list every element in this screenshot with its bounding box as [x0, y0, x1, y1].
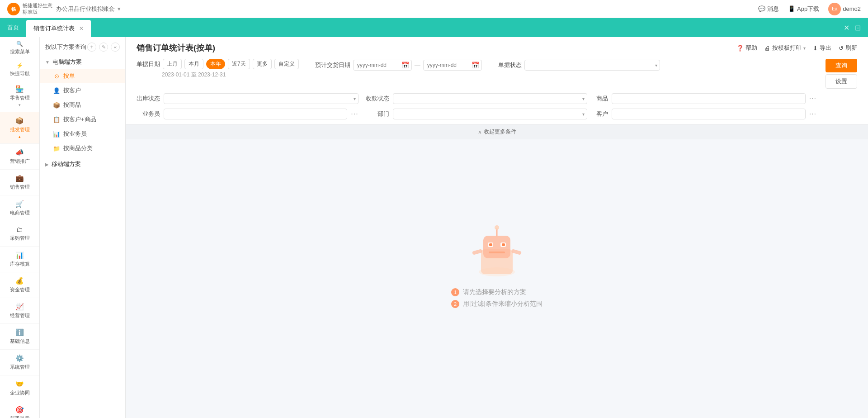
app-download-btn[interactable]: 📱 App下载 — [788, 5, 819, 13]
system-icon: ⚙️ — [15, 354, 24, 362]
collapse-bar[interactable]: ∧ 收起更多条件 — [126, 124, 868, 139]
pc-plan-section: ▼ 电脑端方案 ⊙ 按单 👤 按客户 📦 按商品 📋 按客户+商品 📊 按业 — [40, 55, 125, 156]
sidebar-item-newuser[interactable]: 🎯 新手引导 — [0, 401, 39, 418]
breadcrumb-dropdown-icon[interactable]: ▾ — [118, 5, 121, 12]
date-btn-more[interactable]: 更多 — [253, 59, 272, 69]
calendar-end-icon[interactable]: 📅 — [472, 62, 479, 69]
export-icon: ⬇ — [813, 45, 818, 52]
dept-select-wrap: ▾ — [393, 109, 588, 119]
finance-icon: 💰 — [15, 277, 24, 285]
by-order-label: 按单 — [63, 72, 75, 80]
plan-item-by-goods[interactable]: 📦 按商品 — [40, 98, 125, 112]
by-category-label: 按商品分类 — [63, 144, 93, 152]
expand-window-icon[interactable]: ⊡ — [855, 24, 861, 32]
sidebar-item-operations[interactable]: 📈 经营管理 — [0, 298, 39, 324]
by-salesperson-icon: 📊 — [52, 130, 61, 138]
collapse-panel-btn[interactable]: « — [111, 43, 120, 52]
salesperson-more-icon[interactable]: ··· — [351, 110, 358, 118]
dept-label: 部门 — [366, 110, 389, 118]
sidebar-item-marketing[interactable]: 📣 营销推广 — [0, 144, 39, 170]
date-filter-group: 单据日期 上月 本月 本年 近7天 更多 自定义 2023-01-01 至 20… — [137, 59, 299, 79]
settings-button[interactable]: 设置 — [826, 74, 857, 89]
export-btn[interactable]: ⬇ 导出 — [813, 44, 831, 52]
salesperson-field: 业务员 ··· — [137, 109, 359, 119]
by-salesperson-label: 按业务员 — [63, 130, 87, 138]
date-btn-this-month[interactable]: 本月 — [184, 59, 203, 69]
message-btn[interactable]: 💬 消息 — [758, 5, 779, 13]
logo-area[interactable]: 畅 畅捷通好生意 标准版 — [7, 3, 52, 15]
wholesale-expand-icon: ▴ — [19, 134, 21, 139]
date-shortcuts-row: 单据日期 上月 本月 本年 近7天 更多 自定义 — [137, 59, 299, 69]
sidebar-item-retail[interactable]: 🏪 零售管理 ▾ — [0, 81, 39, 112]
tab-home[interactable]: 首页 — [0, 18, 26, 37]
plan-item-by-customer[interactable]: 👤 按客户 — [40, 83, 125, 98]
sidebar-item-enterprise[interactable]: 🤝 企业协同 — [0, 375, 39, 401]
sidebar-item-ecommerce[interactable]: 🛒 电商管理 — [0, 195, 39, 221]
date-btn-custom[interactable]: 自定义 — [274, 59, 299, 69]
tab-sales-order-stats[interactable]: 销售订单统计表 ✕ — [26, 20, 91, 37]
by-customer-goods-label: 按客户+商品 — [63, 115, 96, 124]
date-range-dash: — — [415, 62, 420, 69]
top-bar: 畅 畅捷通好生意 标准版 办公用品行业模拟账套 ▾ 💬 消息 📱 App下载 E… — [0, 0, 868, 18]
plan-item-by-customer-goods[interactable]: 📋 按客户+商品 — [40, 112, 125, 127]
help-btn[interactable]: ❓ 帮助 — [736, 44, 757, 52]
dept-select[interactable] — [393, 109, 588, 119]
tab-close-btn[interactable]: ✕ — [79, 25, 84, 32]
tab-sales-order-stats-label: 销售订单统计表 — [33, 24, 75, 33]
empty-illustration — [465, 222, 528, 281]
doc-status-select[interactable] — [524, 60, 660, 71]
customer-more-icon[interactable]: ··· — [809, 110, 816, 118]
plan-item-by-category[interactable]: 📁 按商品分类 — [40, 141, 125, 156]
add-plan-btn[interactable]: + — [87, 43, 96, 52]
sidebar-item-sales[interactable]: 💼 销售管理 — [0, 170, 39, 195]
sidebar-search[interactable]: 🔍 搜索菜单 — [0, 37, 39, 59]
sidebar-item-purchase[interactable]: 🗂 采购管理 — [0, 221, 39, 247]
plan-item-by-salesperson[interactable]: 📊 按业务员 — [40, 127, 125, 141]
date-btn-this-year[interactable]: 本年 — [206, 59, 225, 69]
goods-input[interactable] — [612, 93, 805, 104]
filter-row-3: 业务员 ··· 部门 ▾ 客户 ··· — [137, 109, 857, 119]
sidebar-quick-nav[interactable]: ⚡ 快捷导航 — [0, 59, 39, 81]
pc-plan-section-title[interactable]: ▼ 电脑端方案 — [40, 55, 125, 69]
user-menu[interactable]: Ea demo2 — [828, 3, 861, 15]
close-window-icon[interactable]: ✕ — [844, 24, 849, 32]
salesperson-input[interactable] — [164, 109, 347, 119]
app-logo-text: 畅捷通好生意 标准版 — [23, 3, 52, 14]
sidebar-item-system[interactable]: ⚙️ 系统管理 — [0, 350, 39, 375]
enterprise-icon: 🤝 — [15, 380, 24, 388]
breadcrumb: 办公用品行业模拟账套 ▾ — [56, 5, 121, 13]
sidebar-item-finance[interactable]: 💰 资金管理 — [0, 272, 39, 298]
date-btn-last7[interactable]: 近7天 — [228, 59, 250, 69]
ship-status-select[interactable] — [164, 93, 359, 104]
by-category-icon: 📁 — [52, 144, 61, 152]
query-button[interactable]: 查询 — [826, 59, 857, 72]
action-buttons: 查询 设置 — [826, 59, 857, 89]
pay-status-select[interactable] — [393, 93, 588, 104]
page-header-actions: ❓ 帮助 🖨 按模板打印 ▾ ⬇ 导出 ↺ 刷新 — [736, 44, 857, 52]
customer-field: 客户 ··· — [594, 109, 816, 119]
print-dropdown-icon[interactable]: ▾ — [803, 46, 806, 51]
pay-status-select-wrap: ▾ — [393, 93, 588, 104]
empty-step-2: 2 用[过滤]条件来缩小分析范围 — [451, 300, 542, 308]
print-btn[interactable]: 🖨 按模板打印 ▾ — [764, 44, 806, 52]
sidebar-item-basic[interactable]: ℹ️ 基础信息 — [0, 324, 39, 350]
by-customer-goods-icon: 📋 — [52, 115, 61, 124]
plan-item-by-order[interactable]: ⊙ 按单 — [40, 69, 125, 83]
mobile-plan-section-title[interactable]: ▶ 移动端方案 — [40, 157, 125, 171]
by-goods-icon: 📦 — [52, 101, 61, 109]
empty-step-1: 1 请先选择要分析的方案 — [451, 288, 542, 296]
empty-step-1-text: 请先选择要分析的方案 — [463, 288, 526, 296]
refresh-btn[interactable]: ↺ 刷新 — [839, 44, 857, 52]
expected-date-start-wrap: 📅 — [353, 60, 412, 71]
filter-row-2: 出库状态 ▾ 收款状态 ▾ 商品 ··· — [137, 93, 857, 104]
customer-input[interactable] — [612, 109, 805, 119]
sidebar-item-inventory[interactable]: 📊 库存核算 — [0, 247, 39, 272]
goods-more-icon[interactable]: ··· — [809, 95, 816, 103]
calendar-start-icon[interactable]: 📅 — [401, 62, 409, 69]
by-customer-label: 按客户 — [63, 86, 81, 95]
sidebar-item-wholesale[interactable]: 📦 批发管理 ▴ — [0, 112, 39, 144]
collapse-icon: « — [114, 44, 117, 50]
edit-plan-btn[interactable]: ✎ — [99, 43, 108, 52]
date-btn-last-month[interactable]: 上月 — [163, 59, 182, 69]
salesperson-label: 业务员 — [137, 110, 160, 118]
